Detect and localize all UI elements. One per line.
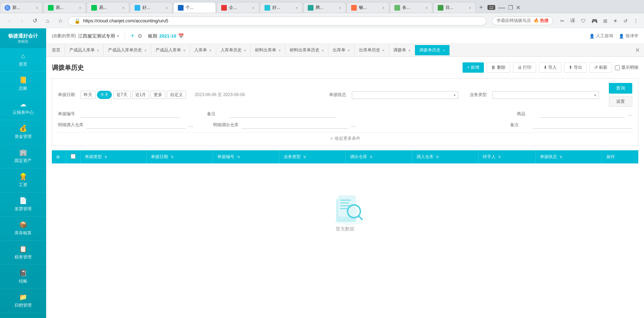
select-all-checkbox[interactable] bbox=[71, 154, 76, 159]
tab-products-in-history[interactable]: 产成品入库单历史 × bbox=[104, 45, 151, 55]
print-btn[interactable]: 🖨 打印 bbox=[513, 62, 536, 73]
th-in-warehouse[interactable]: 调入仓库 ⇅ bbox=[412, 150, 478, 163]
th-number[interactable]: 单据编号 ⇅ bbox=[213, 150, 279, 163]
sidebar-item-payroll[interactable]: 👷 工资 bbox=[0, 168, 46, 193]
tab-transfer[interactable]: 调拨单 × bbox=[389, 45, 415, 55]
menu-btn[interactable]: ⋮ bbox=[632, 17, 640, 25]
sidebar-item-inventory[interactable]: 📦 库存核算 bbox=[0, 217, 46, 241]
tab-products-in2-close[interactable]: × bbox=[183, 48, 185, 52]
search-bar[interactable]: 学霸应聘场驱鸟员 🔥 热搜 bbox=[492, 16, 553, 25]
extensions-btn[interactable]: ✂ bbox=[559, 17, 566, 25]
detail-in-input[interactable] bbox=[86, 121, 186, 129]
delete-btn[interactable]: 🗑 删除 bbox=[487, 62, 510, 73]
history-btn[interactable]: ↺ bbox=[622, 17, 629, 25]
detail-out-input[interactable] bbox=[241, 121, 348, 129]
display-toggle[interactable]: 显示明细 bbox=[615, 65, 638, 71]
browser-tab-7[interactable]: 好... × bbox=[260, 2, 302, 13]
period-selector[interactable]: 账期 2021-10 📅 bbox=[148, 33, 184, 39]
query-btn[interactable]: 查询 bbox=[609, 83, 632, 94]
browser-tab-2[interactable]: 易... × bbox=[43, 2, 86, 13]
tab-close-3[interactable]: × bbox=[120, 6, 125, 10]
sidebar-item-assets[interactable]: 🏢 固定资产 bbox=[0, 144, 46, 168]
date-btn-yesterday[interactable]: 昨天 bbox=[81, 91, 95, 99]
th-handler[interactable]: 经手人 ⇅ bbox=[478, 150, 535, 163]
browser-tab-10[interactable]: 各... × bbox=[390, 2, 432, 13]
tab-home[interactable]: 首页 bbox=[48, 45, 65, 55]
browser-tab-3[interactable]: 易... × bbox=[87, 2, 129, 13]
sidebar-item-archive[interactable]: 📁 归档管理 bbox=[0, 289, 46, 313]
detail-remark-input[interactable] bbox=[533, 121, 632, 129]
tab-close-11[interactable]: × bbox=[467, 6, 471, 10]
company-selector[interactable]: (勿删勿禁用) 江西服宝测试专用 ▾ bbox=[52, 33, 125, 39]
browser-tab-4[interactable]: 好... × bbox=[130, 2, 173, 13]
tab-close-2[interactable]: × bbox=[77, 6, 81, 10]
tab-transfer-history-close[interactable]: × bbox=[443, 48, 445, 52]
tab-out-close[interactable]: × bbox=[348, 48, 350, 52]
tab-products-in[interactable]: 产成品入库单 × bbox=[65, 45, 104, 55]
th-checkbox[interactable] bbox=[66, 150, 80, 163]
window-maximize-btn[interactable]: ❐ bbox=[508, 4, 513, 11]
date-btn-today[interactable]: 今天 bbox=[97, 91, 112, 99]
home-button[interactable]: ⌂ bbox=[43, 16, 53, 26]
browser-tab-11[interactable]: 目... × bbox=[433, 2, 476, 13]
tab-out-history-close[interactable]: × bbox=[382, 48, 384, 52]
th-out-warehouse[interactable]: 调出仓库 ⇅ bbox=[345, 150, 412, 163]
bookmark-button[interactable]: ☆ bbox=[55, 16, 65, 26]
user-btn[interactable]: 👤 徐泽华 bbox=[619, 33, 638, 39]
tab-close-8[interactable]: × bbox=[337, 6, 341, 10]
tab-close-9[interactable]: × bbox=[380, 6, 384, 10]
refresh-btn[interactable]: ↺ 刷新 bbox=[590, 62, 612, 73]
tab-material-out-history[interactable]: 材料出库单历史 × bbox=[285, 45, 328, 55]
sidebar-item-invoice[interactable]: 📄 发票管理 bbox=[0, 193, 46, 217]
status-select[interactable] bbox=[352, 91, 458, 99]
date-btn-7days[interactable]: 近7天 bbox=[113, 91, 131, 99]
forward-button[interactable]: › bbox=[17, 16, 27, 26]
th-date[interactable]: 单据日期 ⇅ bbox=[147, 150, 213, 163]
tab-close-6[interactable]: × bbox=[250, 6, 255, 10]
tabs-close-all-btn[interactable]: ✕ bbox=[632, 45, 643, 56]
th-type[interactable]: 单据类型 ⇅ bbox=[80, 150, 147, 163]
service-btn[interactable]: 👤 人工咨询 bbox=[589, 33, 613, 39]
sidebar-item-settings[interactable]: ⚙ 基础设置 bbox=[0, 313, 46, 318]
browser-tab-9[interactable]: 畅... × bbox=[346, 2, 389, 13]
export-btn[interactable]: ⬆ 导出 bbox=[564, 62, 586, 73]
browser-tab-6[interactable]: 企... × bbox=[217, 2, 259, 13]
tab-material-out-history-close[interactable]: × bbox=[322, 48, 324, 52]
setting-btn[interactable]: 设置 bbox=[609, 96, 632, 107]
new-btn[interactable]: + 新增 bbox=[463, 62, 484, 73]
tab-out[interactable]: 出库单 × bbox=[328, 45, 354, 55]
reload-button[interactable]: ↺ bbox=[30, 16, 40, 26]
tab-close-10[interactable]: × bbox=[424, 6, 428, 10]
new-tab-button[interactable]: + bbox=[476, 4, 486, 11]
tab-in-history-close[interactable]: × bbox=[244, 48, 246, 52]
tab-transfer-close[interactable]: × bbox=[408, 48, 410, 52]
collapse-btn[interactable]: ∧ 收起更多条件 bbox=[330, 135, 360, 141]
tab-close-7[interactable]: × bbox=[294, 6, 298, 10]
goods-dots-btn[interactable]: ... bbox=[628, 111, 632, 117]
back-button[interactable]: ‹ bbox=[4, 16, 14, 26]
date-btn-1month[interactable]: 近1月 bbox=[132, 91, 149, 99]
date-btn-custom[interactable]: 自定义 bbox=[167, 91, 186, 99]
detail-out-dots-btn[interactable]: ... bbox=[351, 122, 355, 128]
sidebar-item-ledger[interactable]: 📒 总账 bbox=[0, 72, 46, 96]
window-minimize-btn[interactable]: — bbox=[498, 4, 505, 12]
import-btn[interactable]: ⬇ 导入 bbox=[539, 62, 561, 73]
sidebar-item-funds[interactable]: 💰 资金管理 bbox=[0, 120, 46, 144]
tab-in[interactable]: 入库单 × bbox=[190, 45, 216, 55]
th-biz-type[interactable]: 业务类型 ⇅ bbox=[279, 150, 346, 163]
apps-btn[interactable]: ⊞ bbox=[602, 17, 609, 25]
detail-in-dots-btn[interactable]: ... bbox=[189, 122, 193, 128]
sidebar-item-reports[interactable]: ☁ 云报表中心 bbox=[0, 96, 46, 120]
tab-in-history[interactable]: 入库单历史 × bbox=[216, 45, 251, 55]
th-status[interactable]: 单据状态 ⇅ bbox=[536, 150, 602, 163]
shield-btn[interactable]: 🛡 bbox=[579, 17, 587, 25]
tab-transfer-history[interactable]: 调拨单历史 × bbox=[415, 45, 449, 55]
browser-tab-1[interactable]: 在 新... × bbox=[0, 2, 43, 13]
tab-material-out-close[interactable]: × bbox=[278, 48, 280, 52]
th-gear[interactable]: ⚙ bbox=[52, 150, 66, 163]
tab-close-1[interactable]: × bbox=[34, 6, 38, 10]
order-no-input[interactable] bbox=[81, 110, 180, 118]
display-toggle-checkbox[interactable] bbox=[615, 65, 620, 70]
tab-products-in-history-close[interactable]: × bbox=[144, 48, 146, 52]
add-company-btn[interactable]: + bbox=[131, 32, 135, 40]
